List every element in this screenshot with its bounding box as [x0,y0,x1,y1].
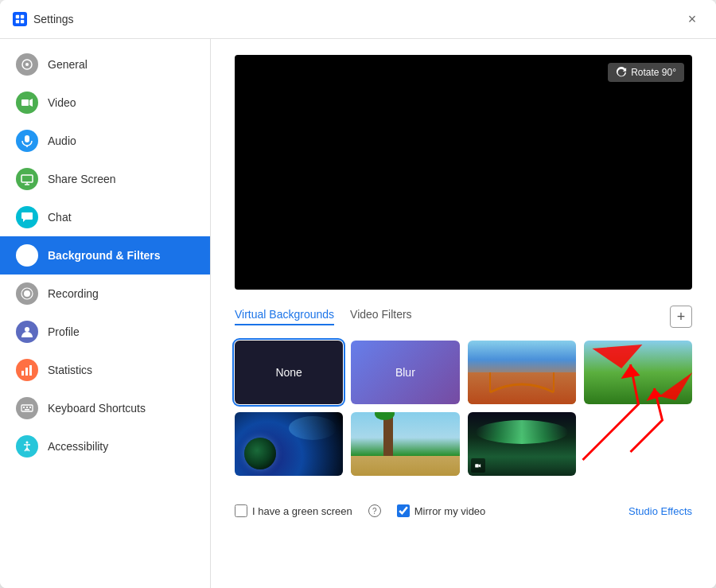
keyboard-icon [16,397,38,419]
sidebar-item-profile[interactable]: Profile [0,313,210,351]
title-bar: Settings × [0,0,716,39]
svg-rect-3 [21,20,24,23]
sidebar-item-statistics[interactable]: Statistics [0,351,210,389]
sidebar-item-general[interactable]: General [0,45,210,84]
video-icon [16,92,38,114]
green-screen-text: I have a green screen [252,505,352,517]
svg-rect-22 [26,407,28,408]
mirror-label[interactable]: Mirror my video [397,504,486,517]
svg-rect-1 [21,15,24,18]
svg-point-14 [24,290,30,297]
backgrounds-grid-wrapper: None Blur [235,341,692,476]
sidebar-item-background[interactable]: Background & Filters [0,236,210,275]
tab-virtual-backgrounds[interactable]: Virtual Backgrounds [235,308,334,325]
backgrounds-grid: None Blur [235,341,692,476]
app-icon [13,12,27,26]
svg-marker-7 [29,99,33,107]
sidebar-label-recording: Recording [48,287,99,300]
tab-video-filters[interactable]: Video Filters [350,308,412,325]
close-button[interactable]: × [681,8,703,30]
recording-icon [16,282,38,305]
sidebar-label-share: Share Screen [48,173,116,185]
background-blur[interactable]: Blur [351,341,459,404]
sidebar-label-chat: Chat [48,211,72,224]
sidebar: General Video Audio Sha [0,39,211,588]
sidebar-label-profile: Profile [48,325,80,338]
sidebar-label-background: Background & Filters [48,249,161,262]
chat-icon [16,206,38,228]
sidebar-label-general: General [48,58,88,71]
background-aurora[interactable] [468,412,576,476]
svg-rect-18 [25,368,28,376]
svg-point-25 [26,442,29,444]
sidebar-item-keyboard[interactable]: Keyboard Shortcuts [0,389,210,427]
svg-rect-19 [29,365,32,376]
statistics-icon [16,359,38,381]
sidebar-label-keyboard: Keyboard Shortcuts [48,402,146,415]
sidebar-item-share-screen[interactable]: Share Screen [0,160,210,198]
settings-window: Settings × General Video [0,0,716,588]
share-icon [16,168,38,190]
svg-rect-10 [21,175,33,182]
help-icon[interactable]: ? [368,504,381,517]
window-title: Settings [33,13,74,25]
accessibility-icon [16,435,38,458]
svg-rect-0 [16,15,19,18]
svg-rect-23 [29,407,31,408]
svg-point-16 [25,327,29,332]
content-area: General Video Audio Sha [0,39,716,588]
sidebar-label-video: Video [48,96,76,109]
tabs-row: Virtual Backgrounds Video Filters + [235,306,692,328]
main-content: Rotate 90° Virtual Backgrounds Video Fil… [211,39,716,588]
camera-indicator [471,458,485,473]
svg-rect-2 [16,20,19,23]
mirror-text: Mirror my video [414,505,486,517]
sidebar-item-video[interactable]: Video [0,84,210,122]
video-preview: Rotate 90° [235,55,692,290]
background-grass[interactable] [584,341,692,404]
background-beach[interactable] [351,412,459,476]
background-bridge[interactable] [468,341,576,404]
svg-point-5 [25,63,29,66]
sidebar-label-statistics: Statistics [48,364,92,376]
green-screen-checkbox[interactable] [235,504,247,517]
mirror-checkbox[interactable] [397,504,410,517]
background-earth[interactable] [235,412,343,476]
sidebar-item-accessibility[interactable]: Accessibility [0,427,210,465]
svg-rect-30 [475,464,478,467]
background-none-label: None [275,366,302,379]
svg-rect-24 [25,409,29,411]
svg-rect-21 [23,407,25,408]
svg-rect-17 [21,371,24,376]
green-screen-label[interactable]: I have a green screen [235,504,352,517]
sidebar-label-accessibility: Accessibility [48,440,108,453]
rotate-button[interactable]: Rotate 90° [608,63,684,82]
red-arrow-overlay [584,341,692,404]
svg-marker-29 [659,372,692,400]
svg-rect-6 [21,99,29,106]
profile-icon [16,321,38,343]
background-blur-label: Blur [395,366,415,379]
sidebar-item-audio[interactable]: Audio [0,122,210,160]
studio-effects-link[interactable]: Studio Effects [628,505,692,517]
background-none[interactable]: None [235,341,343,404]
add-background-button[interactable]: + [670,306,692,328]
svg-rect-8 [25,135,29,142]
title-bar-left: Settings [13,12,74,26]
audio-icon [16,130,38,152]
svg-marker-31 [478,464,481,467]
background-icon [16,244,38,267]
rotate-label: Rotate 90° [631,67,676,78]
sidebar-label-audio: Audio [48,134,76,147]
general-icon [16,53,38,76]
bottom-bar: I have a green screen ? Mirror my video … [235,492,692,524]
sidebar-item-chat[interactable]: Chat [0,198,210,236]
sidebar-item-recording[interactable]: Recording [0,275,210,313]
svg-marker-28 [592,345,642,368]
